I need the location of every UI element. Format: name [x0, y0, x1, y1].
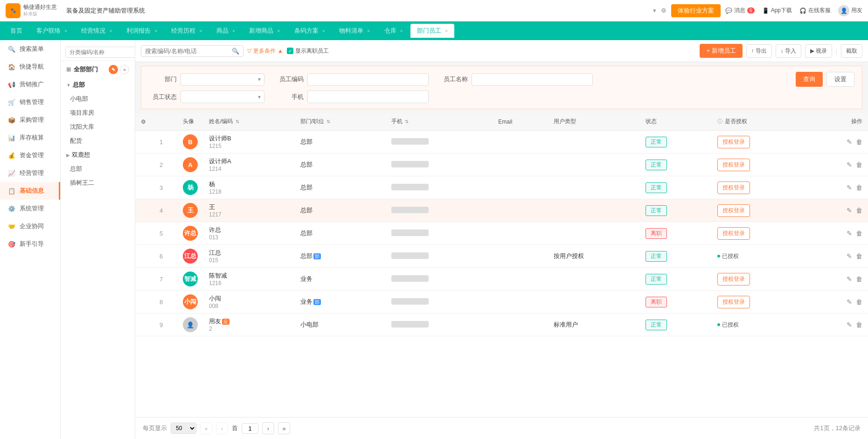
export-btn[interactable]: ↑ 导出 [746, 44, 772, 58]
dept-all-header[interactable]: ⊞ 全部部门 ✎ « [61, 61, 135, 78]
add-employee-btn[interactable]: + 新增员工 [700, 44, 742, 58]
last-page-btn[interactable]: » [278, 422, 290, 434]
delete-icon[interactable]: 🗑 [856, 161, 862, 168]
search-input[interactable] [145, 48, 229, 55]
nav-tab-warehouse[interactable]: 仓库 × [378, 24, 410, 38]
edit-icon[interactable]: ✎ [847, 275, 852, 283]
dropdown-icon[interactable]: ▾ [653, 7, 656, 14]
th-dept-position[interactable]: 部门/职位 ⇅ [295, 113, 386, 131]
next-page-btn[interactable]: › [262, 422, 274, 434]
edit-icon[interactable]: ✎ [847, 321, 852, 328]
nav-tab-barcode-close[interactable]: × [322, 28, 325, 34]
th-name-code[interactable]: 姓名/编码 ⇅ [203, 113, 295, 131]
auth-btn[interactable]: 授权登录 [717, 227, 750, 240]
delete-icon[interactable]: 🗑 [856, 138, 862, 146]
sidebar-item-basic[interactable]: 📋 基础信息 [0, 182, 60, 200]
nav-tab-operations-close[interactable]: × [109, 28, 112, 34]
page-input[interactable] [242, 423, 258, 434]
nav-tab-bom-close[interactable]: × [367, 28, 370, 34]
dept-item-shenyangdaku[interactable]: 沈阳大库 [61, 120, 135, 134]
auth-btn[interactable]: 授权登录 [717, 136, 750, 148]
edit-icon[interactable]: ✎ [847, 138, 852, 146]
dept-select[interactable] [181, 73, 264, 86]
edit-icon[interactable]: ✎ [847, 161, 852, 168]
nav-tab-goods-close[interactable]: × [232, 28, 235, 34]
dept-tree-zongbu[interactable]: ▼ 总部 [61, 78, 135, 92]
nav-tab-barcode[interactable]: 条码方案 × [288, 24, 332, 38]
phone-input[interactable] [307, 91, 429, 103]
nav-tab-addgoods-close[interactable]: × [277, 28, 280, 34]
dept-item-peihuo[interactable]: 配货 [61, 134, 135, 148]
sidebar-item-marketing[interactable]: 📢 营销推广 [0, 76, 60, 93]
dept-item-xiangmukufang[interactable]: 项目库房 [61, 106, 135, 120]
sidebar-item-search[interactable]: 🔍 搜索菜单 [0, 40, 60, 58]
sidebar-item-guide[interactable]: 🎯 新手引导 [0, 235, 60, 253]
dept-item-xiadianbu[interactable]: 小电部 [61, 92, 135, 106]
sidebar-item-collab[interactable]: 🤝 企业协同 [0, 217, 60, 235]
page-size-select[interactable]: 50 20 100 [171, 423, 196, 434]
prev-page-btn[interactable]: ‹ [216, 422, 228, 434]
dept-collapse-btn[interactable]: « [120, 65, 129, 74]
edit-icon[interactable]: ✎ [847, 184, 852, 191]
online-service-btn[interactable]: 🎧 在线客服 [799, 7, 831, 14]
settings-icon[interactable]: ⚙ [661, 7, 667, 14]
user-btn[interactable]: 👤 用友 [838, 5, 862, 16]
auth-btn[interactable]: 授权登录 [717, 181, 750, 194]
nav-tab-goods[interactable]: 商品 × [210, 24, 242, 38]
nav-tab-process-close[interactable]: × [199, 28, 202, 34]
nav-tab-addgoods[interactable]: 新增商品 × [243, 24, 286, 38]
nav-tab-profit-close[interactable]: × [154, 28, 157, 34]
nav-tab-operations[interactable]: 经营情况 × [75, 24, 118, 38]
edit-icon[interactable]: ✎ [847, 298, 852, 306]
th-phone[interactable]: 手机 ⇅ [386, 113, 493, 131]
nav-tab-customer-close[interactable]: × [64, 28, 67, 34]
import-btn[interactable]: ↓ 导入 [776, 44, 801, 58]
more-btn[interactable]: 截取 [841, 44, 862, 58]
sidebar-item-sales[interactable]: 🛒 销售管理 [0, 93, 60, 111]
delete-icon[interactable]: 🗑 [856, 252, 862, 260]
sidebar-item-system[interactable]: ⚙️ 系统管理 [0, 200, 60, 217]
sidebar-item-purchase[interactable]: 📦 采购管理 [0, 111, 60, 129]
dept-item-chashuwanger[interactable]: 插树王二 [61, 176, 135, 190]
sidebar-item-finance[interactable]: 💰 资金管理 [0, 146, 60, 164]
show-resigned-toggle[interactable]: ✓ 显示离职员工 [287, 47, 329, 55]
nav-tab-employee-close[interactable]: × [445, 28, 448, 34]
sidebar-item-operations[interactable]: 📈 经营管理 [0, 164, 60, 182]
delete-icon[interactable]: 🗑 [856, 321, 862, 328]
nav-tab-employee[interactable]: 部门员工 × [410, 24, 454, 38]
app-download-btn[interactable]: 📱 App下载 [762, 7, 792, 14]
nav-tab-process[interactable]: 经营历程 × [165, 24, 208, 38]
nav-tab-bom[interactable]: 物料清单 × [333, 24, 376, 38]
edit-icon[interactable]: ✎ [847, 252, 852, 260]
emp-code-input[interactable] [307, 73, 429, 86]
nav-tab-warehouse-close[interactable]: × [400, 28, 403, 34]
nav-tab-customer[interactable]: 客户联络 × [30, 24, 74, 38]
edit-icon[interactable]: ✎ [847, 207, 852, 214]
delete-icon[interactable]: 🗑 [856, 275, 862, 283]
auth-btn[interactable]: 授权登录 [717, 159, 750, 171]
emp-status-select[interactable] [181, 91, 264, 103]
message-btn[interactable]: 💬 消息 6 [725, 7, 755, 14]
emp-name-input[interactable] [472, 73, 593, 86]
filter-reset-btn[interactable]: 设置 [826, 72, 854, 87]
view-btn[interactable]: ▶ 视录 [805, 44, 832, 58]
edit-icon[interactable]: ✎ [847, 230, 852, 237]
first-page-btn[interactable]: « [200, 422, 212, 434]
experience-btn[interactable]: 体验行业方案 [671, 4, 721, 17]
search-submit-icon[interactable]: 🔍 [232, 48, 239, 55]
auth-btn[interactable]: 授权登录 [717, 204, 750, 217]
dept-item-shuangluxiang[interactable]: ▶ 双鹿想 [61, 148, 135, 162]
more-filter-btn[interactable]: ▽ 更多条件 ▲ [247, 47, 283, 55]
delete-icon[interactable]: 🗑 [856, 230, 862, 237]
dept-item-zongbu2[interactable]: 总部 [61, 162, 135, 176]
sidebar-item-quicknav[interactable]: 🏠 快捷导航 [0, 58, 60, 76]
delete-icon[interactable]: 🗑 [856, 298, 862, 306]
th-settings[interactable]: ⚙ [135, 113, 154, 131]
dept-edit-btn[interactable]: ✎ [109, 65, 118, 74]
delete-icon[interactable]: 🗑 [856, 207, 862, 214]
resigned-checkbox[interactable]: ✓ [287, 48, 293, 54]
sidebar-item-inventory[interactable]: 📊 库存核算 [0, 129, 60, 146]
auth-btn[interactable]: 授权登录 [717, 273, 750, 286]
nav-tab-profit[interactable]: 利润报告 × [120, 24, 164, 38]
delete-icon[interactable]: 🗑 [856, 184, 862, 191]
